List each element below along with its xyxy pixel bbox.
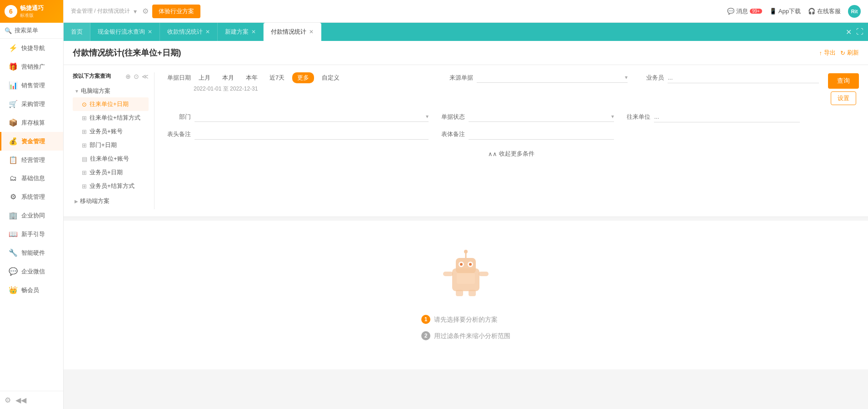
tab-new-plan[interactable]: 新建方案 ✕ xyxy=(218,23,264,41)
date-option-7days[interactable]: 近7天 xyxy=(265,72,289,83)
tab-pay-stat-close[interactable]: ✕ xyxy=(309,29,314,35)
empty-state: 1 请先选择要分析的方案 2 用过滤条件来缩小分析范围 xyxy=(64,221,868,369)
sidebar-item-enterprise[interactable]: 🏢 企业协同 xyxy=(0,206,63,225)
date-option-more[interactable]: 更多 xyxy=(292,72,314,83)
scheme-item-salesperson-account[interactable]: ⊞ 业务员+账号 xyxy=(73,125,149,138)
sidebar-search[interactable]: 🔍 搜索菜单 xyxy=(0,23,63,39)
body-note-input[interactable] xyxy=(469,129,614,140)
sidebar-item-sales[interactable]: 📊 销售管理 xyxy=(0,76,63,95)
sidebar-item-guide[interactable]: 📖 新手引导 xyxy=(0,225,63,243)
query-button[interactable]: 查询 xyxy=(828,73,859,89)
tabs-close-all-icon[interactable]: ✕ xyxy=(846,28,852,36)
empty-step1-text: 请先选择要分析的方案 xyxy=(434,313,498,326)
filter-fields: 单据日期 上月 本月 本年 近7天 更多 自定义 2022-01-0 xyxy=(155,72,859,209)
settings-button[interactable]: 设置 xyxy=(831,91,856,105)
sidebar-item-marketing[interactable]: 🎁 营销推广 xyxy=(0,57,63,76)
step1-num: 1 xyxy=(421,315,430,324)
sidebar-item-quick-nav[interactable]: ⚡ 快捷导航 xyxy=(0,39,63,57)
system-icon: ⚙ xyxy=(9,192,18,201)
sidebar-item-label: 畅会员 xyxy=(21,286,39,294)
sidebar-item-hardware[interactable]: 🔧 智能硬件 xyxy=(0,243,63,262)
step2-num: 2 xyxy=(421,331,430,340)
tab-bank-flow[interactable]: 现金银行流水查询 ✕ xyxy=(90,23,160,41)
sidebar-logo: 6 畅捷通巧 标准版 xyxy=(0,0,63,23)
sidebar-item-wechat[interactable]: 💬 企业微信 xyxy=(0,262,63,281)
source-label: 来源单据 xyxy=(446,74,473,82)
date-option-this-year[interactable]: 本年 xyxy=(242,72,262,83)
filter-field-source: 来源单据 ▾ xyxy=(446,72,628,83)
scheme-item-grid-icon-3: ⊞ xyxy=(82,142,87,149)
date-option-last-month[interactable]: 上月 xyxy=(195,72,215,83)
doc-status-select[interactable]: ▾ xyxy=(469,111,614,122)
collapse-sidebar-icon[interactable]: ◀◀ xyxy=(15,396,26,404)
scheme-add-icon[interactable]: ⊕ xyxy=(125,73,131,80)
topbar-gear-icon[interactable]: ⚙ xyxy=(142,7,149,15)
source-select[interactable]: ▾ xyxy=(477,72,628,83)
sidebar-item-inventory[interactable]: 📦 库存核算 xyxy=(0,113,63,132)
online-service-button[interactable]: 🎧 在线客服 xyxy=(808,7,841,15)
scheme-settings-icon[interactable]: ⊙ xyxy=(134,73,139,80)
refresh-button[interactable]: ↻ 刷新 xyxy=(840,49,859,57)
tab-receive-stat[interactable]: 收款情况统计 ✕ xyxy=(160,23,218,41)
scheme-group-mobile-header[interactable]: ▶ 移动端方案 xyxy=(73,195,149,207)
tab-pay-stat[interactable]: 付款情况统计 ✕ xyxy=(264,23,321,41)
dept-select[interactable]: ▾ xyxy=(195,111,429,122)
sidebar: 6 畅捷通巧 标准版 🔍 搜索菜单 ⚡ 快捷导航 🎁 营销推广 📊 销售管理 🛒… xyxy=(0,0,64,409)
collapse-more-button[interactable]: ∧∧ 收起更多条件 xyxy=(173,146,850,158)
sidebar-item-label: 资金管理 xyxy=(21,137,45,146)
dept-label: 部门 xyxy=(164,113,191,121)
operations-icon: 📋 xyxy=(9,156,18,164)
svg-rect-1 xyxy=(456,258,476,273)
dept-select-arrow: ▾ xyxy=(426,113,429,120)
source-select-arrow: ▾ xyxy=(625,74,628,81)
header-note-input[interactable] xyxy=(195,129,429,140)
app-download-button[interactable]: 📱 App下载 xyxy=(769,7,801,15)
logo-sub: 标准版 xyxy=(20,12,44,19)
collapse-more-label: 收起更多条件 xyxy=(499,150,534,158)
scheme-item-dept-date[interactable]: ⊞ 部门+日期 xyxy=(73,138,149,152)
tab-bank-flow-close[interactable]: ✕ xyxy=(148,29,152,35)
svg-rect-12 xyxy=(457,273,475,284)
scheme-item-unit-date[interactable]: ⊙ 往来单位+日期 xyxy=(73,97,149,111)
scheme-item-salesperson-settle[interactable]: ⊞ 业务员+结算方式 xyxy=(73,179,149,193)
empty-step-2: 2 用过滤条件来缩小分析范围 xyxy=(421,329,510,342)
page-title: 付款情况统计(往来单位+日期) xyxy=(73,47,181,58)
sidebar-item-label: 企业微信 xyxy=(21,268,45,276)
divider xyxy=(64,217,868,217)
sidebar-item-finance[interactable]: 💰 资金管理 xyxy=(0,132,63,151)
scheme-item-unit-settle[interactable]: ⊞ 往来单位+结算方式 xyxy=(73,111,149,125)
messages-button[interactable]: 💬 消息 99+ xyxy=(727,7,762,15)
scheme-item-salesperson-date[interactable]: ⊞ 业务员+日期 xyxy=(73,166,149,179)
tab-receive-stat-close[interactable]: ✕ xyxy=(205,29,210,35)
scheme-item-unit-account[interactable]: ▤ 往来单位+账号 xyxy=(73,152,149,166)
tab-home[interactable]: 首页 xyxy=(64,23,90,41)
sidebar-item-basic[interactable]: 🗂 基础信息 xyxy=(0,169,63,187)
trial-button[interactable]: 体验行业方案 xyxy=(152,5,200,18)
salesperson-input[interactable] xyxy=(668,72,819,83)
sidebar-item-member[interactable]: 👑 畅会员 xyxy=(0,281,63,299)
scheme-collapse-icon[interactable]: ≪ xyxy=(142,73,149,80)
export-button[interactable]: ↑ 导出 xyxy=(819,49,836,57)
tab-new-plan-close[interactable]: ✕ xyxy=(251,29,256,35)
scheme-item-grid-icon-4: ⊞ xyxy=(82,169,87,176)
date-option-custom[interactable]: 自定义 xyxy=(318,72,344,83)
sidebar-item-purchase[interactable]: 🛒 采购管理 xyxy=(0,95,63,113)
date-option-this-month[interactable]: 本月 xyxy=(218,72,238,83)
filter-row-2: 部门 ▾ 单据状态 ▾ xyxy=(164,111,859,122)
scheme-panel-actions: ⊕ ⊙ ≪ xyxy=(125,73,149,80)
scheme-group-desktop-header[interactable]: ▼ 电脑端方案 xyxy=(73,85,149,97)
scheme-panel: 按以下方案查询 ⊕ ⊙ ≪ ▼ 电脑端方案 ⊙ 往来单位+日期 xyxy=(73,72,155,209)
sidebar-item-label: 采购管理 xyxy=(21,100,45,108)
avatar[interactable]: Rit xyxy=(848,5,861,18)
export-icon: ↑ xyxy=(819,50,823,56)
scheme-item-unit-account-label: 往来单位+账号 xyxy=(90,155,129,163)
partner-input[interactable] xyxy=(654,111,800,122)
tabs-bar: 首页 现金银行流水查询 ✕ 收款情况统计 ✕ 新建方案 ✕ 付款情况统计 ✕ ✕… xyxy=(64,23,868,41)
settings-bottom-icon[interactable]: ⚙ xyxy=(5,396,11,404)
tabs-expand-icon[interactable]: ⛶ xyxy=(856,28,863,36)
content-area: 付款情况统计(往来单位+日期) ↑ 导出 ↻ 刷新 按以下方案查询 ⊕ xyxy=(64,41,868,409)
sidebar-item-operations[interactable]: 📋 经营管理 xyxy=(0,151,63,169)
inventory-icon: 📦 xyxy=(9,118,18,127)
sidebar-item-system[interactable]: ⚙ 系统管理 xyxy=(0,187,63,206)
topbar-dropdown-icon[interactable]: ▾ xyxy=(134,8,137,15)
